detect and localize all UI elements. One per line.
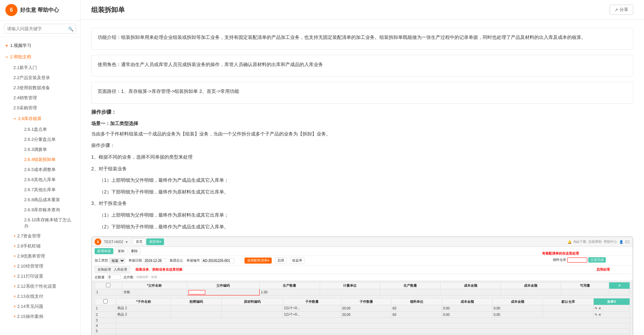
- sidebar-item-2-2[interactable]: 2.2产品安装及登录: [8, 73, 80, 83]
- sidebar-item-2-6-5[interactable]: 2.6.5成本调整单: [19, 165, 80, 175]
- sim-btn-copy[interactable]: 复制: [115, 248, 127, 255]
- sidebar-item-2-10[interactable]: + 2.10经营管理: [8, 261, 80, 271]
- sim-upper-row-1: 1 光板 1.00: [95, 289, 630, 295]
- sim-lower-row-1: 1 商品 1 1(1/个+0... 20.00 60 0.00 0.00: [95, 305, 630, 312]
- sim-lower-row1-qty1: 1(1/个+0...: [283, 305, 341, 312]
- sidebar-item-1[interactable]: + 1.视频学习: [0, 40, 80, 51]
- path-block: 页面路径：1、库存核算->库存管理->组装拆卸单 2、首页->常用功能: [91, 82, 633, 104]
- sim-upper-th-checkbox: [95, 282, 122, 289]
- sim-upper-th-check[interactable]: [106, 283, 110, 287]
- sidebar-item-2-11[interactable]: + 2.11打印设置: [8, 271, 80, 281]
- sim-lower-th-checkbox[interactable]: [103, 299, 108, 303]
- scene1-desc: 当由多个子件材料组装成一个成品的业务为【组装】业务，当由一个父件拆分成多个子产品…: [91, 129, 633, 138]
- sim-row1-del-icon[interactable]: ✕: [598, 306, 601, 310]
- sim-lower-row1-cost1: 0.00: [442, 305, 492, 312]
- sim-icon-help: 在线帮助: [588, 239, 602, 244]
- sidebar-item-2-6-3[interactable]: 2.6.3调拨单: [19, 145, 80, 155]
- search-input[interactable]: [4, 24, 76, 34]
- expand-icon-2-6: −: [13, 116, 16, 121]
- sim-btn-del[interactable]: 删除: [129, 248, 140, 255]
- sim-upper-table-wrap: *父件名称 父件编码 生产数量 计量单位 生产数量 成本金额 成本金额 可用量 …: [92, 281, 633, 297]
- sidebar-item-2-1[interactable]: 2.1新手入门: [8, 63, 80, 73]
- sim-btn-bom[interactable]: 选择配料清单▾: [245, 258, 272, 264]
- sidebar-item-2-6-1[interactable]: 2.6.1盘点单: [19, 124, 80, 134]
- nav-list: + 1.视频学习 − 2.帮助文档 2.1新手入门 2.2产品安装及登录 2.3…: [0, 37, 80, 324]
- sim-field-type: 加工类型 组装 拆卸: [95, 258, 125, 264]
- sim-select-type[interactable]: 组装 拆卸: [109, 258, 125, 264]
- sidebar-item-2-6-9[interactable]: 2.6.9库存账本查询: [19, 205, 80, 215]
- sim-upper-th-code: 父件编码: [187, 282, 259, 289]
- sim-upper-input-code[interactable]: [189, 290, 205, 294]
- sidebar-item-2-6-10[interactable]: 2.6.10库存账本错了怎么办: [19, 215, 80, 231]
- sim-form-toolbar: 加工类型 组装 拆卸 单据日期 集团总公 单据编号: [92, 256, 633, 266]
- sim-icon-app: App下载: [574, 239, 586, 244]
- sim-row2-del-icon[interactable]: ✕: [598, 313, 601, 317]
- sidebar-item-2-12[interactable]: + 2.12系统个性化设置: [8, 281, 80, 291]
- step3-sub2: （2）下部明细为子件明细，最终作为产成品生成其它入库单。: [99, 222, 633, 231]
- sim-lower-th-code1: 粉辉编码: [171, 298, 222, 305]
- sim-input-qty[interactable]: [107, 275, 121, 280]
- sim-input-docno[interactable]: [201, 258, 234, 263]
- sim-lower-row-6: 6: [95, 334, 630, 335]
- sim-upper-row1-cost2: [500, 289, 561, 295]
- sim-lower-th-cost2: 成本金额: [492, 298, 543, 305]
- sim-icon-bell: 🔔: [568, 240, 572, 244]
- sim-upper-th-name: *父件名称: [122, 282, 187, 289]
- screenshot-area: 6 TEST-H002 ▾ 首页 新部单▾ 🔔 App下载 在线帮助 帮助中心 …: [91, 236, 633, 335]
- sim-upper-th-avail: 可用量: [561, 282, 609, 289]
- annotation-type: 组装业务、拆卸业务在这里切换: [136, 268, 182, 271]
- sim-lower-th-unit: 领料单位: [391, 298, 442, 305]
- sim-label-type: 加工类型: [95, 258, 108, 263]
- step3: 3、对于拆卖业务: [91, 199, 633, 208]
- sidebar-item-2-15[interactable]: + 2.15操作案例: [8, 312, 80, 322]
- sim-row2-edit-icon[interactable]: ✎: [595, 313, 597, 317]
- sidebar-item-2-6-4[interactable]: 2.6.4组装拆卸单: [19, 155, 80, 165]
- sim-confirm-btn[interactable]: 立发完成: [588, 257, 606, 263]
- sidebar-item-2-6-7[interactable]: 2.6.7其他出库单: [19, 185, 80, 195]
- sim-upper-row1-check: 1: [95, 289, 122, 295]
- annotation-bom: 有装配清单的在这里处理: [542, 251, 579, 256]
- sim-lower-row1-wh: [543, 305, 594, 312]
- sim-upper-row1-avail: [561, 289, 609, 295]
- sim-lower-row-3: 3: [95, 318, 630, 323]
- sidebar-item-2-13[interactable]: + 2.13在线支付: [8, 291, 80, 301]
- sidebar-item-2-6-label: 2.6库存核算: [18, 116, 42, 122]
- sim-upper-row1-cost1: [440, 289, 501, 295]
- sim-logo: 6: [95, 238, 101, 245]
- sim-btn-rate[interactable]: 收益率: [290, 257, 305, 264]
- sim-input-warehouse[interactable]: [567, 258, 587, 263]
- sim-lower-th-code2: 原材料编码: [221, 298, 283, 305]
- path-text: 页面路径：1、库存核算->库存管理->组装拆卸单 2、首页->常用功能: [98, 87, 627, 96]
- sidebar-item-2-6-6[interactable]: 2.6.6其他入库单: [19, 175, 80, 185]
- sim-lower-row-4: 4: [95, 323, 630, 329]
- search-bar[interactable]: 🔍: [0, 20, 80, 37]
- sidebar-item-2-6-8[interactable]: 2.6.8商品成本重算: [19, 195, 80, 205]
- sim-input-date[interactable]: [143, 258, 166, 263]
- intro-block: 功能介绍：组装拆卸单用来处理企业组装或拆卸等加工业务，支持有固定装配清单的产品加…: [91, 28, 633, 50]
- sim-lower-th-qty1: 子件数量: [283, 298, 341, 305]
- sim-lower-th-check: [95, 298, 116, 305]
- sidebar-item-2-14[interactable]: + 2.14常见问题: [8, 301, 80, 312]
- sim-tab-home[interactable]: 首页: [133, 238, 146, 245]
- sim-btn-new[interactable]: 新增单据: [95, 248, 113, 254]
- sidebar-item-2-9[interactable]: + 2.9优惠券管理: [8, 251, 80, 261]
- sidebar-item-2[interactable]: − 2.帮助文档: [0, 51, 80, 63]
- sim-qty-label2: 总件数: [123, 275, 133, 280]
- sidebar-item-2-5[interactable]: 2.5采购管理: [8, 103, 80, 113]
- sidebar-item-2-4[interactable]: 2.4销售管理: [8, 93, 80, 103]
- sim-row1-edit-icon[interactable]: ✎: [595, 306, 597, 310]
- sidebar-item-2-7[interactable]: + 2.7资金管理: [8, 231, 80, 241]
- sim-btn-extra[interactable]: 启用: [275, 257, 286, 264]
- sim-upper-row1-name: 光板: [122, 289, 187, 295]
- sim-lower-table: *子件名称 粉辉编码 原材料编码 子件数量 子件数量 领料单位 成本金额 成本金…: [95, 298, 630, 335]
- sim-lower-row2-action: ✎ ✕: [593, 312, 630, 318]
- main-content: 功能介绍：组装拆卸单用来处理企业组装或拆卸等加工业务，支持有固定装配清单的产品加…: [80, 20, 644, 335]
- share-button[interactable]: ↗ 分享: [609, 5, 633, 15]
- sidebar-item-2-3[interactable]: 2.3使用前数据准备: [8, 83, 80, 93]
- sidebar-item-2-6-2[interactable]: 2.6.2分量盘点单: [19, 134, 80, 145]
- sim-tab-new[interactable]: 新部单▾: [146, 238, 164, 245]
- sidebar-item-2-6[interactable]: − 2.6库存核算: [8, 113, 80, 124]
- sim-field-docno: 单据编号: [186, 258, 234, 263]
- sidebar-item-2-8[interactable]: + 2.8手机旺铺: [8, 241, 80, 251]
- sim-upper-row1-code[interactable]: [187, 289, 259, 295]
